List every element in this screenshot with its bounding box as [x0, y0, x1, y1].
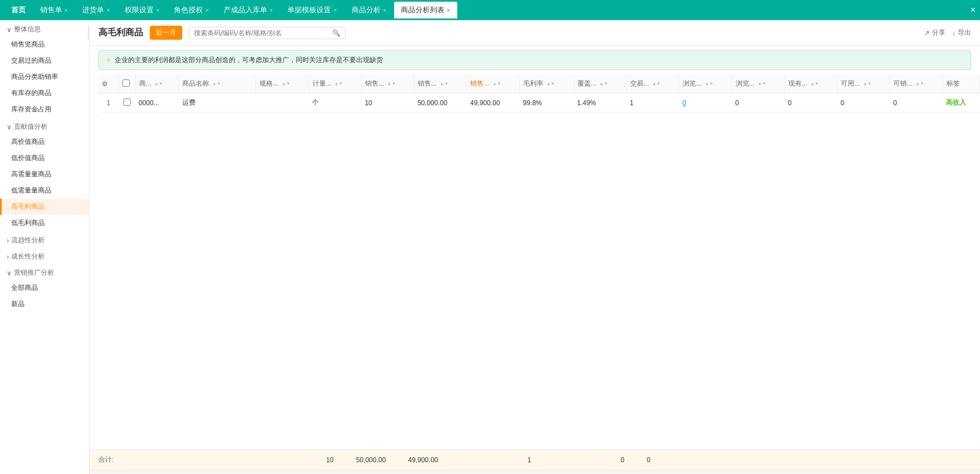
col-settings[interactable]: ⚙	[98, 74, 119, 93]
sidebar-item-goods-classification[interactable]: 商品分类助销率	[0, 69, 89, 85]
col-checkbox[interactable]	[119, 74, 135, 93]
tab-goods-analysis-list[interactable]: 商品分析列表 ×	[394, 2, 457, 18]
col-sales-qty[interactable]: 销售... ▲▼	[361, 74, 414, 93]
col-saleable-stock-sort[interactable]: ▲▼	[916, 82, 925, 86]
sidebar-item-low-value[interactable]: 低价值商品	[0, 150, 89, 166]
col-margin-rate-sort[interactable]: ▲▼	[546, 82, 555, 86]
group-growth-analysis-label: 成长性分析	[11, 252, 45, 261]
sidebar-item-all-goods-label: 全部商品	[11, 284, 38, 292]
tab-sales[interactable]: 销售单 ×	[34, 2, 74, 18]
row-tag: 高收入	[943, 93, 979, 112]
bottom-scrollbar-inner	[89, 470, 980, 474]
row-browse2: 0	[732, 93, 784, 112]
col-spec[interactable]: 规格... ▲▼	[256, 74, 309, 93]
tab-roles[interactable]: 角色授权 ×	[167, 2, 215, 18]
col-coverage[interactable]: 覆盖... ▲▼	[574, 74, 626, 93]
tab-permissions[interactable]: 权限设置 ×	[118, 2, 166, 18]
row-checkbox-cell[interactable]	[119, 93, 135, 112]
search-icon[interactable]: 🔍	[332, 29, 340, 37]
tab-finished-goods[interactable]: 产成品入库单 ×	[217, 2, 280, 18]
sidebar-item-low-margin[interactable]: 低毛利商品	[0, 215, 89, 231]
search-input[interactable]	[194, 29, 329, 37]
tab-roles-label: 角色授权	[174, 5, 203, 15]
sidebar-collapse-button[interactable]: «	[88, 26, 89, 39]
tab-goods-analysis-list-label: 商品分析列表	[401, 5, 444, 15]
col-browse2-sort[interactable]: ▲▼	[758, 82, 766, 86]
col-current-stock-sort[interactable]: ▲▼	[810, 82, 819, 86]
group-trend-analysis-label: 流趋性分析	[11, 236, 45, 245]
sidebar-item-all-goods[interactable]: 全部商品	[0, 280, 89, 296]
col-name-label: 商品名称	[182, 79, 209, 87]
sidebar-item-low-demand[interactable]: 低需量量商品	[0, 182, 89, 199]
sidebar-item-sales-goods[interactable]: 销售览商品	[0, 36, 89, 53]
tab-goods-analysis-close[interactable]: ×	[383, 7, 386, 13]
bottom-scrollbar[interactable]	[89, 470, 980, 474]
col-sales-cost-label: 销售...	[470, 79, 489, 87]
col-current-stock[interactable]: 现有... ▲▼	[784, 74, 837, 93]
col-code-sort[interactable]: ▲▼	[154, 82, 163, 86]
sidebar-item-high-margin[interactable]: 高毛利商品	[0, 199, 89, 215]
col-browse1[interactable]: 浏览... ▲▼	[679, 74, 732, 93]
tab-permissions-close[interactable]: ×	[156, 7, 159, 13]
col-available-stock-sort[interactable]: ▲▼	[863, 82, 872, 86]
tab-goods-analysis[interactable]: 商品分析 ×	[345, 2, 393, 18]
sidebar-item-new-goods[interactable]: 新品	[0, 296, 89, 312]
row-checkbox[interactable]	[124, 98, 131, 106]
select-all-checkbox[interactable]	[122, 79, 130, 87]
row-unit: 个	[309, 93, 361, 112]
tab-sales-close[interactable]: ×	[64, 7, 68, 13]
sidebar-item-in-stock-goods[interactable]: 有库存的商品	[0, 85, 89, 101]
tab-purchase[interactable]: 进货单 ×	[75, 2, 116, 18]
col-sales-amount-sort[interactable]: ▲▼	[440, 82, 449, 86]
export-button[interactable]: ↓ 导出	[952, 28, 971, 37]
group-value-analysis-arrow: ∨	[7, 123, 12, 131]
col-browse2[interactable]: 浏览... ▲▼	[732, 74, 784, 93]
col-saleable-stock[interactable]: 可销... ▲▼	[890, 74, 943, 93]
col-name-sort[interactable]: ▲▼	[212, 82, 221, 86]
col-available-stock[interactable]: 可用... ▲▼	[837, 74, 890, 93]
tab-home[interactable]: 首页	[4, 2, 32, 18]
info-banner: ✧ 企业的主要的利润都是这部分商品创造的，可考虑加大推广，同时关注库存是不要出现…	[98, 50, 971, 70]
tab-goods-analysis-list-close[interactable]: ×	[447, 7, 450, 13]
sidebar-item-traded-goods[interactable]: 交易过的商品	[0, 53, 89, 69]
col-unit[interactable]: 计量... ▲▼	[309, 74, 361, 93]
tab-template-settings[interactable]: 单据模板设置 ×	[281, 2, 343, 18]
group-marketing-analysis-arrow: ∨	[7, 269, 12, 277]
top-nav: 首页 销售单 × 进货单 × 权限设置 × 角色授权 × 产成品入库单 × 单据…	[0, 0, 980, 20]
sidebar-group-trend-analysis[interactable]: › 流趋性分析	[0, 231, 89, 247]
col-margin-rate[interactable]: 毛利率 ▲▼	[519, 74, 574, 93]
sidebar-group-marketing-analysis[interactable]: ∨ 营销推广分析	[0, 264, 89, 280]
tab-finished-goods-close[interactable]: ×	[269, 7, 273, 13]
col-spec-label: 规格...	[259, 79, 278, 87]
period-button-recent-month[interactable]: 近一月	[150, 26, 182, 40]
tab-template-settings-close[interactable]: ×	[333, 7, 337, 13]
sidebar-group-value-analysis[interactable]: ∨ 贡献值分析	[0, 118, 89, 134]
share-button[interactable]: ↗ 分享	[924, 28, 945, 37]
window-close-button[interactable]: ×	[970, 6, 976, 15]
col-unit-sort[interactable]: ▲▼	[334, 82, 343, 86]
col-browse1-sort[interactable]: ▲▼	[705, 82, 714, 86]
tab-purchase-close[interactable]: ×	[106, 7, 110, 13]
col-spec-sort[interactable]: ▲▼	[282, 82, 291, 86]
sidebar-group-growth-analysis[interactable]: › 成长性分析	[0, 247, 89, 264]
row-browse1[interactable]: 0	[679, 93, 732, 112]
col-coverage-sort[interactable]: ▲▼	[599, 82, 608, 86]
footer-available-stock: 0	[621, 456, 624, 464]
col-sales-amount[interactable]: 销售... ▲▼	[414, 74, 467, 93]
row-available-stock: 0	[837, 93, 890, 112]
sidebar-item-high-value[interactable]: 高价值商品	[0, 134, 89, 150]
col-sales-cost[interactable]: 销售... ▲▼	[467, 74, 519, 93]
table-container[interactable]: ⚙ 商... ▲▼ 商品名称 ▲▼	[89, 74, 980, 449]
col-transactions[interactable]: 交易... ▲▼	[626, 74, 679, 93]
tab-purchase-label: 进货单	[82, 5, 104, 15]
col-available-stock-label: 可用...	[841, 79, 860, 87]
col-code[interactable]: 商... ▲▼	[135, 74, 179, 93]
col-sales-cost-sort[interactable]: ▲▼	[493, 82, 501, 86]
sidebar-item-stock-capital[interactable]: 库存资金占用	[0, 101, 89, 118]
col-sales-qty-sort[interactable]: ▲▼	[387, 82, 396, 86]
tab-roles-close[interactable]: ×	[205, 7, 209, 13]
col-name[interactable]: 商品名称 ▲▼	[179, 74, 256, 93]
sidebar-item-high-demand[interactable]: 高需量量商品	[0, 166, 89, 182]
col-transactions-sort[interactable]: ▲▼	[652, 82, 661, 86]
sidebar-group-overall[interactable]: ∨ 整体信息	[0, 20, 89, 36]
